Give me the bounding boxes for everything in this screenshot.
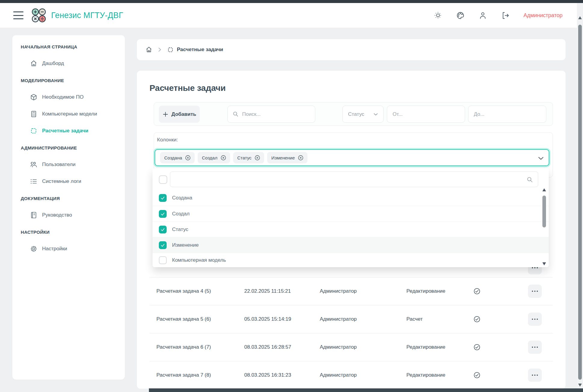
checkbox-checked-icon[interactable] [159,241,167,249]
content-panel: Расчетные задачи Добавить Статус Колонки… [137,71,566,389]
cube-icon [30,93,38,101]
task-name: Расчетная задача 4 (5) [156,288,211,294]
breadcrumb-home-icon[interactable] [145,46,153,53]
sidebar: НАЧАЛЬНАЯ СТРАНИЦА Дашборд МОДЕЛИРОВАНИЕ… [12,35,125,380]
menu-toggle-button[interactable] [13,11,23,19]
sidebar-item-computer-models[interactable]: Компьютерные модели [12,106,125,122]
task-created: 08.03.2025 16:28:57 [244,344,291,350]
column-chip-label: Создал [202,155,217,160]
checkbox-checked-icon[interactable] [159,210,167,218]
current-user-role[interactable]: Администратор [523,12,563,19]
remove-chip-icon[interactable] [254,155,261,161]
row-actions-button[interactable] [528,341,542,354]
scroll-up-arrow[interactable] [578,16,582,19]
dropdown-option-change[interactable]: Изменение [153,237,549,253]
dropdown-option-creator[interactable]: Создал [153,206,549,221]
table-row[interactable]: Расчетная задача 7 (8) 08.03.2025 16:31:… [150,361,553,389]
task-status: Редактирование [406,288,446,294]
row-actions-button[interactable] [528,313,542,326]
select-all-checkbox[interactable] [159,175,167,184]
sidebar-item-system-logs[interactable]: Системные логи [12,173,125,190]
task-created: 22.02.2025 11:15:21 [244,288,291,294]
remove-chip-icon[interactable] [220,155,227,161]
table-row[interactable]: Расчетная задача 4 (5) 22.02.2025 11:15:… [150,277,553,305]
sidebar-item-dashboard[interactable]: Дашборд [12,55,125,72]
dropdown-option-computer-model[interactable]: Компьютерная модель [153,253,549,267]
chip-icon [30,127,38,135]
table-row[interactable]: Расчетная задача 6 (7) 08.03.2025 16:28:… [150,333,553,361]
sidebar-item-required-software[interactable]: Необходимое ПО [12,89,125,106]
row-actions-button[interactable] [528,285,542,298]
status-select-value: Статус [348,111,364,117]
dropdown-scrollbar-thumb[interactable] [542,196,546,227]
columns-multiselect[interactable]: Создана Создал Статус Изменение [155,149,549,166]
status-select[interactable]: Статус [342,106,384,123]
task-name: Расчетная задача 6 (7) [156,344,211,350]
palette-icon[interactable] [456,11,465,20]
add-button[interactable]: Добавить [159,106,200,123]
dropdown-options: Создана Создал Статус Изменение [153,190,549,267]
date-from-input[interactable] [387,106,465,123]
sidebar-section-administration: АДМИНИСТРИРОВАНИЕ [12,139,125,156]
book-icon [30,211,38,219]
row-actions-button[interactable] [528,369,542,382]
calculator-icon [30,110,38,118]
dropdown-search-row [153,171,549,187]
dropdown-search-input[interactable] [170,172,538,187]
sidebar-item-label: Пользователи [42,162,76,168]
status-check-icon [473,372,481,379]
sidebar-item-calculation-tasks[interactable]: Расчетные задачи [12,122,125,139]
dropdown-option-status[interactable]: Статус [153,221,549,237]
breadcrumb-current-label: Расчетные задачи [177,47,223,53]
sidebar-item-label: Дашборд [42,60,64,66]
chevron-right-icon [157,47,162,52]
column-chip: Создал [198,152,230,163]
table-row[interactable]: Расчетная задача 5 (6) 05.03.2025 15:14:… [150,305,553,333]
window-scrollbar[interactable] [577,3,583,392]
status-check-icon [473,288,481,295]
sidebar-item-manual[interactable]: Руководство [12,207,125,224]
scroll-down-arrow[interactable] [542,262,546,265]
task-status: Расчет [406,316,423,322]
checkbox-checked-icon[interactable] [159,226,167,233]
logout-icon[interactable] [501,11,510,20]
column-chip-label: Статус [237,155,251,160]
sidebar-item-label: Компьютерные модели [42,111,97,117]
scroll-down-arrow[interactable] [578,384,582,387]
add-button-label: Добавить [171,111,196,117]
dropdown-option-created[interactable]: Создана [153,190,549,206]
task-status: Редактирование [406,344,446,350]
app-logo-icon [31,8,46,23]
breadcrumb: Расчетные задачи [137,39,566,60]
task-author: Администратор [320,288,357,294]
dropdown-scrollbar[interactable] [542,188,546,266]
window-top-strip [0,0,583,3]
scroll-up-arrow[interactable] [542,188,546,191]
sidebar-item-users[interactable]: Пользователи [12,156,125,173]
theme-toggle-icon[interactable] [434,11,442,20]
search-input[interactable] [228,106,315,122]
checkbox-unchecked-icon[interactable] [159,256,167,264]
status-check-icon [473,344,481,351]
sidebar-section-documentation: ДОКУМЕНТАЦИЯ [12,190,125,207]
remove-chip-icon[interactable] [298,155,304,161]
chevron-down-icon [373,112,378,117]
column-chip: Изменение [267,152,307,163]
checkbox-checked-icon[interactable] [159,194,167,202]
search-icon [232,110,239,118]
sidebar-item-label: Руководство [42,212,72,218]
sidebar-item-label: Необходимое ПО [42,94,84,100]
log-list-icon [30,177,38,185]
chevron-down-icon[interactable] [537,155,544,162]
users-icon [30,161,38,168]
app-title: Генезис МГТУ-ДВГ [51,11,123,20]
date-to-input[interactable] [468,106,546,123]
tasks-table: Расчетная задача 4 (5) 22.02.2025 11:15:… [150,277,553,389]
task-created: 08.03.2025 16:31:23 [244,372,291,378]
sidebar-item-settings[interactable]: Настройки [12,240,125,257]
column-chip-label: Создана [164,155,182,160]
window-scrollbar-thumb[interactable] [578,25,582,380]
user-profile-icon[interactable] [479,11,487,20]
remove-chip-icon[interactable] [185,155,191,161]
columns-dropdown: Создана Создал Статус Изменение [153,168,549,267]
